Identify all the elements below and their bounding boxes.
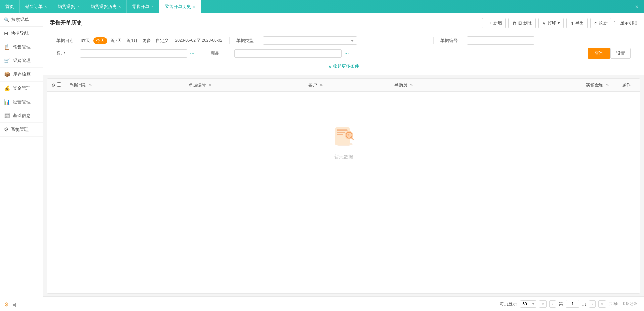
doc-type-select[interactable] — [263, 36, 357, 45]
date-opt-today[interactable]: 今天 — [93, 37, 107, 44]
doc-no-input[interactable] — [467, 36, 534, 45]
date-opt-last7days[interactable]: 近7天 — [109, 37, 123, 44]
filter-section-docno: 单据编号 — [440, 36, 631, 45]
svg-point-8 — [347, 134, 349, 135]
date-opt-more[interactable]: 更多 — [141, 37, 152, 44]
page-number-input[interactable] — [566, 300, 579, 308]
sidebar-item-base-info[interactable]: 📰基础信息 — [0, 109, 43, 123]
total-info: 共0页，0条记录 — [609, 301, 637, 307]
sidebar-item-system[interactable]: ⚙系统管理 — [0, 123, 43, 137]
sidebar-item-inventory[interactable]: 📦库存核算 — [0, 68, 43, 82]
topbar-actions: × — [630, 3, 644, 10]
settings-button[interactable]: 设置 — [610, 48, 631, 59]
tab-sales-order[interactable]: 销售订单× — [20, 0, 52, 13]
sidebar-item-quick-nav[interactable]: ⊞快捷导航 — [0, 27, 43, 40]
pagination-bar: 每页显示 50 10 20 100 « ‹ 第 页 › » 共0页，0条记录 — [43, 296, 644, 311]
filter-row-date: 单据日期 昨天 今天 近7天 近1月 更多 自定义 2023-06-02 至 2… — [56, 36, 631, 45]
tab-close-sales-return-history[interactable]: × — [119, 5, 121, 9]
add-icon: + — [486, 21, 488, 26]
toolbar: + + 新增 🗑 🗑 删除 🖨 打印 ▾ ⬆ 导出 — [482, 18, 637, 28]
tab-sales-return[interactable]: 销货退货× — [52, 0, 85, 13]
refresh-icon: ↻ — [594, 21, 598, 26]
sort-amount-icon: ⇅ — [606, 83, 609, 87]
operations-icon: 📊 — [4, 99, 10, 105]
purchase-mgmt-icon: 🛒 — [4, 58, 10, 64]
collapse-sidebar-icon[interactable]: ◀ — [12, 301, 16, 308]
collapse-filter-btn[interactable]: ∧ 收起更多条件 — [56, 62, 631, 71]
delete-button[interactable]: 🗑 🗑 删除 — [508, 18, 536, 28]
svg-rect-3 — [337, 132, 345, 133]
sidebar-item-sales-mgmt[interactable]: 📋销售管理 — [0, 40, 43, 54]
base-info-icon: 📰 — [4, 113, 10, 119]
th-amount[interactable]: 实销金额 ⇅ — [493, 79, 613, 92]
prev-page-button[interactable]: ‹ — [549, 300, 556, 308]
sort-no-icon: ⇅ — [209, 83, 211, 87]
tab-close-sales-order[interactable]: × — [45, 5, 47, 9]
sidebar-item-purchase-mgmt[interactable]: 🛒采购管理 — [0, 54, 43, 68]
page-size-select[interactable]: 50 10 20 100 — [520, 300, 536, 308]
sort-date-icon: ⇅ — [89, 83, 92, 87]
date-range-text: 2023-06-02 至 2023-06-02 — [175, 38, 222, 43]
export-button[interactable]: ⬆ 导出 — [566, 18, 588, 28]
tab-bar: 首页销售订单×销货退货×销货退货历史×零售开单×零售开单历史× — [0, 0, 630, 13]
print-icon: 🖨 — [542, 21, 546, 26]
filter-section-doctype: 单据类型 — [236, 36, 427, 45]
sidebar-label-system: 系统管理 — [11, 126, 29, 133]
goods-more-icon[interactable]: ··· — [342, 50, 351, 56]
tab-home[interactable]: 首页 — [0, 0, 20, 13]
select-all-checkbox[interactable] — [57, 82, 61, 87]
sort-salesperson-icon: ⇅ — [410, 83, 413, 87]
page-header-top: 零售开单历史 + + 新增 🗑 🗑 删除 🖨 打印 ▾ — [50, 18, 637, 28]
date-opt-last1month[interactable]: 近1月 — [125, 37, 139, 44]
date-opt-yesterday[interactable]: 昨天 — [80, 37, 91, 44]
goods-filter-label: 商品 — [211, 50, 234, 56]
filter-row-customer: 客户 ··· 商品 ··· 查询 设置 — [56, 48, 631, 59]
sidebar-label-quick-nav: 快捷导航 — [11, 30, 29, 36]
th-checkbox: ⚙ — [47, 79, 65, 92]
customer-more-icon[interactable]: ··· — [187, 50, 197, 56]
th-customer[interactable]: 客户 ⇅ — [304, 79, 390, 92]
table-config-icon[interactable]: ⚙ — [51, 83, 55, 88]
print-button[interactable]: 🖨 打印 ▾ — [538, 18, 564, 28]
sidebar-label-base-info: 基础信息 — [13, 113, 31, 119]
th-date[interactable]: 单据日期 ⇅ — [65, 79, 185, 92]
tab-sales-return-history[interactable]: 销货退货历史× — [85, 0, 127, 13]
page-unit: 页 — [582, 301, 586, 307]
window-close-button[interactable]: × — [634, 3, 640, 10]
date-opt-custom[interactable]: 自定义 — [154, 37, 170, 44]
query-button[interactable]: 查询 — [588, 48, 610, 59]
collapse-icon: ∧ — [328, 64, 332, 69]
next-page-button[interactable]: › — [589, 300, 596, 308]
empty-state: 暂无数据 — [47, 92, 640, 187]
first-page-button[interactable]: « — [539, 300, 547, 308]
th-salesperson[interactable]: 导购员 ⇅ — [390, 79, 493, 92]
tab-close-sales-return[interactable]: × — [77, 5, 79, 9]
svg-rect-2 — [337, 129, 347, 131]
sidebar-search[interactable]: 🔍 搜索采单 — [0, 13, 43, 27]
tab-close-retail-open-history[interactable]: × — [193, 5, 195, 9]
system-icon: ⚙ — [4, 126, 8, 133]
sidebar-item-operations[interactable]: 📊经营管理 — [0, 95, 43, 109]
th-actions: 操作 — [613, 79, 640, 92]
last-page-button[interactable]: » — [598, 300, 606, 308]
tab-close-retail-open[interactable]: × — [151, 5, 153, 9]
sidebar-label-inventory: 库存核算 — [13, 71, 31, 77]
customer-input[interactable] — [80, 49, 187, 58]
tab-retail-open[interactable]: 零售开单× — [127, 0, 159, 13]
sidebar-item-finance[interactable]: 💰资金管理 — [0, 82, 43, 95]
page-word: 第 — [559, 301, 563, 307]
th-no[interactable]: 单据编号 ⇅ — [185, 79, 304, 92]
data-table: ⚙ 单据日期 ⇅ 单据编号 ⇅ 客户 ⇅ — [47, 79, 640, 187]
quick-nav-icon: ⊞ — [4, 30, 8, 36]
display-detail-toggle[interactable]: 显示明细 — [614, 20, 637, 26]
settings-icon[interactable]: ⚙ — [4, 301, 9, 308]
inventory-icon: 📦 — [4, 71, 10, 77]
goods-input[interactable] — [234, 49, 342, 58]
empty-text: 暂无数据 — [334, 154, 353, 160]
add-button[interactable]: + + 新增 — [482, 18, 506, 28]
display-detail-checkbox[interactable] — [614, 21, 618, 25]
tab-retail-open-history[interactable]: 零售开单历史× — [159, 0, 201, 13]
refresh-button[interactable]: ↻ 刷新 — [590, 18, 611, 28]
sidebar-label-finance: 资金管理 — [13, 85, 31, 91]
filter-divider-3 — [204, 50, 204, 57]
